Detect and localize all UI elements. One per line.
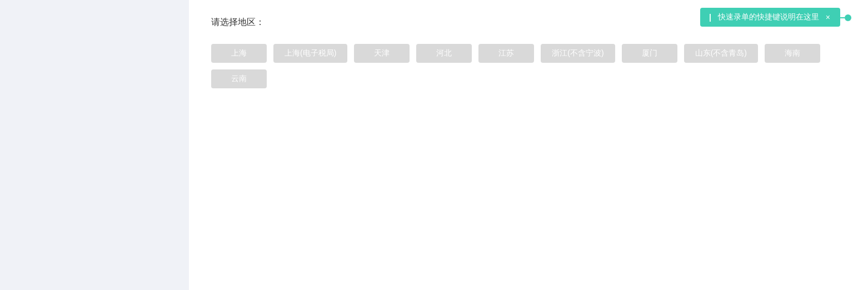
tooltip-dot: [845, 14, 851, 21]
tooltip-banner: 快速录单的快捷键说明在这里 ×: [700, 8, 840, 27]
region-buttons-container: 上海上海(电子税局)天津河北江苏浙江(不含宁波)厦门山东(不含青岛)海南云南: [211, 44, 846, 88]
region-button-xiamen[interactable]: 厦门: [622, 44, 677, 63]
region-button-shandong[interactable]: 山东(不含青岛): [684, 44, 758, 63]
tooltip-text: 快速录单的快捷键说明在这里: [718, 12, 819, 22]
region-button-shanghai[interactable]: 上海: [211, 44, 267, 63]
region-button-hebei[interactable]: 河北: [416, 44, 472, 63]
tooltip-close-button[interactable]: ×: [825, 13, 831, 22]
tooltip-line: [834, 17, 845, 18]
region-button-jiangsu[interactable]: 江苏: [478, 44, 534, 63]
region-button-zhejiang[interactable]: 浙江(不含宁波): [541, 44, 615, 63]
region-button-shanghai-etax[interactable]: 上海(电子税局): [273, 44, 347, 63]
region-button-tianjin[interactable]: 天津: [354, 44, 410, 63]
main-content: 请选择地区： 上海上海(电子税局)天津河北江苏浙江(不含宁波)厦门山东(不含青岛…: [189, 0, 868, 290]
left-sidebar: [0, 0, 189, 290]
region-button-hainan[interactable]: 海南: [765, 44, 820, 63]
region-button-yunnan[interactable]: 云南: [211, 69, 267, 88]
